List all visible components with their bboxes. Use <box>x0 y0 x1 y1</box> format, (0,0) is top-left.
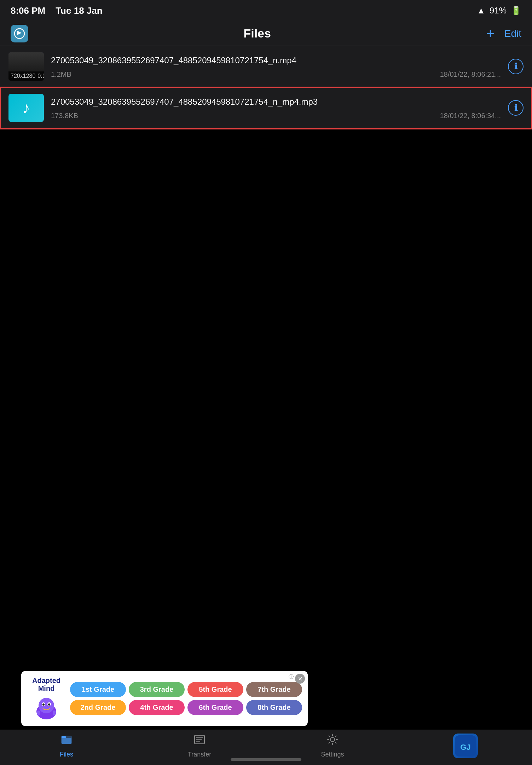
file-info-button-video[interactable]: ℹ <box>508 59 524 74</box>
file-date-audio: 18/01/22, 8:06:34... <box>440 112 501 120</box>
file-info-audio: 270053049_3208639552697407_4885209459810… <box>44 96 508 120</box>
video-meta: 720x1280 0:11 1.2MB <box>8 71 44 81</box>
ad-grades-row-2: 2nd Grade 4th Grade 6th Grade 8th Grade <box>70 700 302 715</box>
file-size-audio: 173.8KB <box>51 112 78 120</box>
grade-6th-button[interactable]: 6th Grade <box>187 700 243 715</box>
nav-bar: Files + Edit <box>0 21 532 46</box>
file-size-video: 1.2MB <box>51 70 71 79</box>
file-info-button-audio[interactable]: ℹ <box>508 100 524 116</box>
file-meta-audio: 173.8KB 18/01/22, 8:06:34... <box>51 112 501 120</box>
content-area <box>0 129 532 713</box>
file-list: 🤖 720x1280 0:11 1.2MB 270053049_32086395… <box>0 46 532 129</box>
status-bar: 8:06 PM Tue 18 Jan ▲ 91% 🔋 <box>0 0 532 21</box>
svg-point-2 <box>39 698 54 713</box>
status-time: 8:06 PM <box>11 5 45 16</box>
svg-rect-11 <box>62 736 66 738</box>
file-date-video: 18/01/22, 8:06:21... <box>440 70 501 79</box>
edit-button[interactable]: Edit <box>504 28 521 39</box>
status-icons: ▲ 91% 🔋 <box>477 6 521 16</box>
video-resolution: 720x1280 <box>11 73 35 79</box>
transfer-tab-label: Transfer <box>188 751 211 758</box>
files-tab-icon <box>60 733 73 749</box>
grade-1st-button[interactable]: 1st Grade <box>70 682 126 697</box>
ad-grades-grid: 1st Grade 3rd Grade 5th Grade 7th Grade … <box>70 682 302 715</box>
svg-rect-10 <box>62 738 71 744</box>
audio-thumbnail: ♪ <box>8 94 44 122</box>
svg-point-6 <box>48 703 50 706</box>
battery-percent: 91% <box>490 6 507 16</box>
file-info-video: 270053049_3208639552697407_4885209459810… <box>44 54 508 79</box>
video-thumbnail: 🤖 720x1280 0:11 1.2MB <box>8 52 44 81</box>
wifi-icon: ▲ <box>477 6 485 16</box>
tab-settings[interactable]: Settings <box>266 733 399 758</box>
status-time-date: 8:06 PM Tue 18 Jan <box>11 5 103 16</box>
grade-3rd-button[interactable]: 3rd Grade <box>129 682 185 697</box>
grade-4th-button[interactable]: 4th Grade <box>129 700 185 715</box>
tab-transfer[interactable]: Transfer <box>133 733 266 758</box>
gtu-logo-icon: GJ <box>453 734 478 758</box>
video-duration: 0:11 <box>37 73 44 79</box>
file-item-audio[interactable]: ♪ 270053049_3208639552697407_48852094598… <box>0 87 532 129</box>
svg-rect-7 <box>37 711 40 715</box>
ad-logo-area: AdaptedMind <box>27 677 66 720</box>
grade-2nd-button[interactable]: 2nd Grade <box>70 700 126 715</box>
grade-5th-button[interactable]: 5th Grade <box>187 682 243 697</box>
ad-brand-name: AdaptedMind <box>32 677 60 692</box>
ad-monster-icon <box>32 692 60 720</box>
file-name-video: 270053049_3208639552697407_4885209459810… <box>51 54 501 66</box>
tab-gtu-logo[interactable]: GJ <box>399 734 532 758</box>
settings-tab-label: Settings <box>321 751 344 758</box>
home-indicator <box>231 758 301 761</box>
music-note-icon: ♪ <box>22 99 30 117</box>
tab-files[interactable]: Files <box>0 733 133 758</box>
ad-banner: ⓘ ✕ AdaptedMind 1st Grade 3rd Grade 5th … <box>21 671 308 726</box>
status-date: Tue 18 Jan <box>56 5 102 16</box>
transfer-tab-icon <box>193 733 206 749</box>
file-name-audio: 270053049_3208639552697407_4885209459810… <box>51 96 501 108</box>
page-title: Files <box>243 27 271 40</box>
files-tab-label: Files <box>60 751 73 758</box>
add-button[interactable]: + <box>486 27 494 41</box>
file-meta-video: 1.2MB 18/01/22, 8:06:21... <box>51 70 501 79</box>
svg-point-16 <box>330 737 335 742</box>
ad-info-tag: ⓘ <box>289 674 294 680</box>
svg-rect-8 <box>53 711 56 715</box>
grade-8th-button[interactable]: 8th Grade <box>246 700 302 715</box>
grade-7th-button[interactable]: 7th Grade <box>246 682 302 697</box>
svg-point-5 <box>42 703 45 706</box>
battery-icon: 🔋 <box>511 6 521 16</box>
ad-grades-row-1: 1st Grade 3rd Grade 5th Grade 7th Grade <box>70 682 302 697</box>
svg-text:GJ: GJ <box>460 742 470 751</box>
ad-close-button[interactable]: ✕ <box>295 674 305 684</box>
app-icon[interactable] <box>11 25 28 42</box>
settings-tab-icon <box>326 733 339 749</box>
nav-actions: + Edit <box>486 27 521 41</box>
file-item-video[interactable]: 🤖 720x1280 0:11 1.2MB 270053049_32086395… <box>0 46 532 87</box>
